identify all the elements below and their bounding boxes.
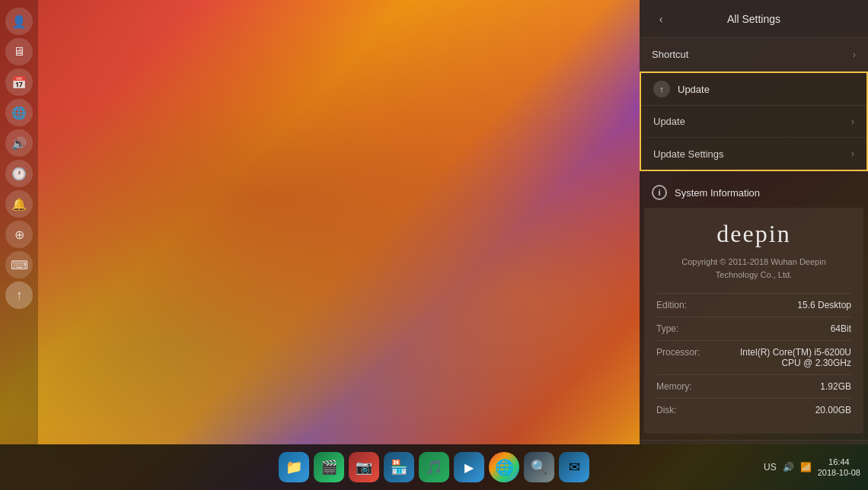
sound-icon[interactable]: 🔊 [5, 129, 33, 157]
globe-icon[interactable]: 🌐 [5, 99, 33, 126]
update-section-header: ↑ Update [641, 73, 866, 106]
deepin-card: deepin Copyright © 2011-2018 Wuhan Deepi… [644, 208, 863, 434]
sysinfo-title: System Information [675, 187, 760, 199]
language-indicator[interactable]: US [764, 462, 777, 473]
memory-value: 1.92GB [820, 381, 851, 392]
file-manager-icon[interactable]: 📁 [279, 452, 309, 482]
chrome-icon[interactable]: 🌐 [489, 452, 519, 482]
back-button[interactable]: ‹ [652, 10, 670, 28]
update-settings-row[interactable]: Update Settings › [641, 138, 866, 170]
store-icon[interactable]: 🏪 [384, 452, 414, 482]
update-section-title: Update [678, 84, 710, 95]
camera-icon[interactable]: 📷 [349, 452, 379, 482]
notification-icon[interactable]: 🔔 [5, 190, 33, 218]
update-icon-circle: ↑ [653, 81, 670, 97]
video-icon[interactable]: 🎬 [314, 452, 344, 482]
player-icon[interactable]: ▶ [454, 452, 484, 482]
settings-panel: ‹ All Settings Shortcut › ↑ Update Updat… [640, 0, 868, 444]
left-sidebar: 👤 🖥 📅 🌐 🔊 🕐 🔔 ⊕ ⌨ ↑ [0, 0, 38, 444]
type-label: Type: [656, 323, 710, 334]
volume-icon[interactable]: 🔊 [783, 462, 794, 473]
search-icon[interactable]: 🔍 [524, 452, 554, 482]
processor-value: Intel(R) Core(TM) i5-6200UCPU @ 2.30GHz [740, 347, 851, 368]
shortcut-chevron: › [853, 49, 856, 60]
info-icon: i [652, 185, 667, 200]
system-clock[interactable]: 16:44 2018-10-08 [818, 457, 860, 479]
taskbar: 📁 🎬 📷 🏪 🎵 ▶ 🌐 🔍 ✉ US 🔊 📶 16:44 2018-10-0… [0, 444, 868, 490]
edition-row: Edition: 15.6 Desktop [656, 293, 851, 317]
deepin-logo: deepin [656, 220, 851, 248]
disk-label: Disk: [656, 405, 710, 415]
calendar-icon[interactable]: 📅 [5, 68, 33, 96]
clock-date: 2018-10-08 [818, 467, 860, 478]
keyboard-icon[interactable]: ⌨ [5, 251, 33, 278]
clock-time: 16:44 [818, 457, 860, 467]
sysinfo-header: i System Information [640, 180, 868, 208]
apps-icon[interactable]: ⊕ [5, 221, 33, 248]
processor-label: Processor: [656, 347, 710, 358]
update-row[interactable]: Update › [641, 106, 866, 138]
person-icon[interactable]: 👤 [5, 8, 33, 35]
shortcut-label: Shortcut [652, 49, 688, 60]
update-label: Update [653, 116, 685, 127]
disk-row: Disk: 20.00GB [656, 398, 851, 422]
type-row: Type: 64Bit [656, 317, 851, 340]
type-value: 64Bit [831, 323, 851, 334]
tray-area: US 🔊 📶 16:44 2018-10-08 [764, 457, 860, 479]
update-settings-chevron: › [851, 148, 854, 159]
memory-row: Memory: 1.92GB [656, 374, 851, 398]
update-chevron: › [851, 116, 854, 127]
panel-header: ‹ All Settings [640, 0, 868, 38]
update-icon[interactable]: ↑ [5, 282, 33, 309]
edition-value: 15.6 Desktop [797, 300, 851, 310]
edition-label: Edition: [656, 300, 710, 310]
panel-title: All Settings [676, 13, 831, 25]
network-icon[interactable]: 📶 [800, 462, 812, 473]
memory-label: Memory: [656, 381, 710, 392]
shortcut-row[interactable]: Shortcut › [640, 38, 868, 72]
disk-value: 20.00GB [815, 405, 851, 415]
music-icon[interactable]: 🎵 [419, 452, 449, 482]
update-section: ↑ Update Update › Update Settings › [640, 72, 868, 171]
deepin-copyright: Copyright © 2011-2018 Wuhan DeepinTechno… [656, 256, 851, 281]
update-settings-label: Update Settings [653, 148, 724, 160]
mail-icon[interactable]: ✉ [559, 452, 589, 482]
system-info-table: Edition: 15.6 Desktop Type: 64Bit Proces… [656, 293, 851, 422]
clock-icon[interactable]: 🕐 [5, 160, 33, 187]
display-icon[interactable]: 🖥 [5, 38, 33, 65]
system-info-section: i System Information deepin Copyright © … [640, 171, 868, 434]
processor-row: Processor: Intel(R) Core(TM) i5-6200UCPU… [656, 340, 851, 374]
